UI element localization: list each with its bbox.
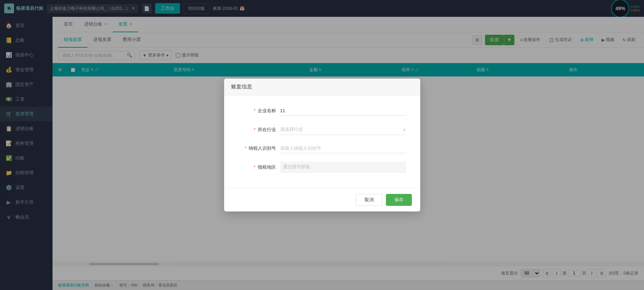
required-star: * — [254, 108, 256, 113]
tax-id-input[interactable] — [280, 143, 406, 153]
industry-label: * 所在行业 — [238, 127, 280, 133]
taxid-label: * 纳税人识别号 — [238, 145, 280, 151]
company-label: * 企业名称 — [238, 108, 280, 114]
save-button[interactable]: 保存 — [386, 194, 412, 206]
tax-region-field: 通过税号获取 — [280, 162, 406, 173]
required-star-industry: * — [254, 127, 256, 132]
modal-footer: 取消 保存 — [224, 188, 420, 211]
modal-overlay[interactable]: 账套信息 * 企业名称 * 所在行业 请选择行业 ∨ — [0, 0, 644, 290]
industry-select[interactable]: 请选择行业 ∨ — [280, 124, 406, 135]
modal-dialog: 账套信息 * 企业名称 * 所在行业 请选择行业 ∨ — [224, 79, 420, 211]
company-name-input[interactable] — [280, 106, 406, 116]
required-star-region: * — [254, 164, 256, 170]
modal-body: * 企业名称 * 所在行业 请选择行业 ∨ * 纳 — [224, 95, 420, 188]
form-row-taxid: * 纳税人识别号 — [238, 143, 406, 153]
cancel-button[interactable]: 取消 — [356, 194, 382, 206]
required-star-taxid: * — [245, 146, 247, 151]
industry-placeholder: 请选择行业 — [280, 126, 303, 133]
form-row-company: * 企业名称 — [238, 106, 406, 116]
region-label: * 报税地区 — [238, 164, 280, 170]
industry-dropdown-icon: ∨ — [403, 127, 406, 132]
modal-header: 账套信息 — [224, 79, 420, 95]
form-row-industry: * 所在行业 请选择行业 ∨ — [238, 124, 406, 135]
modal-title: 账套信息 — [231, 83, 252, 89]
form-row-region: * 报税地区 通过税号获取 — [238, 162, 406, 173]
